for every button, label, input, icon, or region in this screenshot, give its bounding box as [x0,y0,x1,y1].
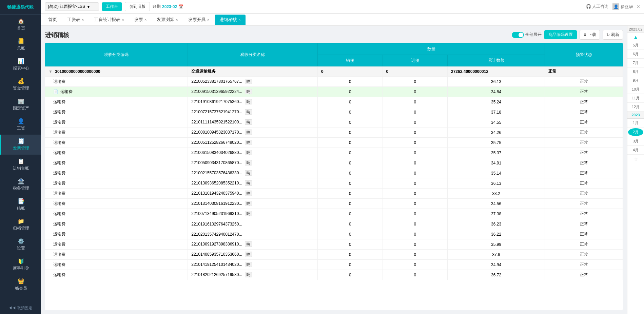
row-sales: 0 [318,158,383,168]
row-cumulative: 37.6 [448,250,545,260]
row-name: 运输费 [45,148,188,158]
table-row[interactable]: 运输费 221013093652085352210... 吨 0 0 36.13… [45,178,623,189]
tab-payroll-table[interactable]: 工资表 × [62,15,89,25]
sidebar-item-fixed-assets[interactable]: 🏢 固定资产 [0,95,41,115]
close-button[interactable]: × [637,4,640,10]
cal-nav-up[interactable]: ▲ [627,33,644,41]
table-row[interactable]: 运输费 221005112528266748020... 吨 0 0 35.75… [45,138,623,148]
cal-month-7[interactable]: 7月 [627,59,644,67]
sidebar-item-settings[interactable]: ⚙️ 设置 [0,235,41,255]
sidebar-item-reports[interactable]: 📊 报表中心 [0,55,41,75]
switch-version-button[interactable]: 切到旧版 [125,2,150,11]
sidebar-item-tax[interactable]: 🏦 税务管理 [0,175,41,195]
col-purchase: 进项 [383,55,447,66]
table-row[interactable]: 📄 运输费 221009150313965922224... 吨 0 0 34.… [45,87,623,97]
tab-invoice-issue-close[interactable]: × [207,18,209,22]
row-code: 221014191254101434020... 吨 [188,260,318,270]
table-row[interactable]: 运输费 221005090343170865870... 吨 0 0 34.91… [45,158,623,168]
table-row[interactable]: ▼ 30100000000000000000 交通运输服务 0 0 27262.… [45,66,623,77]
cal-month-2-active[interactable]: 2月 [628,128,643,136]
sidebar-item-member[interactable]: 👑 畅会员 [0,275,41,295]
invoice-icon: 🧾 [18,138,24,144]
tab-payroll-report[interactable]: 工资统计报表 × [89,15,129,25]
cal-month-9[interactable]: 9月 [627,76,644,85]
calendar-icon[interactable]: 📅 [178,4,183,9]
row-cumulative: 35.24 [448,97,545,107]
row-code: 221005090343170865870... 吨 [188,158,318,168]
row-code: 221019161029764373250... [188,219,318,229]
table-row[interactable]: 运输费 221011111435921522100... 吨 0 0 34.55… [45,117,623,127]
toggle-switch[interactable] [512,32,524,38]
sidebar: 畅捷通易代账 🏠 首页 📒 总账 📊 报表中心 💰 资金管理 🏢 固定资产 👤 … [0,0,41,314]
table-row[interactable]: 运输费 221013101943240375940... 吨 0 0 33.2 … [45,189,623,199]
company-selector[interactable]: (勿动) 江西报宝-LSS ▼ [45,2,99,11]
sidebar-item-sales-ledger[interactable]: 📋 进销台账 [0,155,41,175]
tab-reconcile[interactable]: 进销稽核 × [215,15,245,25]
tab-invoice-label: 发票 [134,17,143,23]
row-sales: 0 [318,97,383,107]
sidebar-item-payroll[interactable]: 👤 工资 [0,115,41,135]
tab-invoice-close[interactable]: × [144,18,147,22]
cal-month-4[interactable]: 4月 [627,146,644,155]
cal-month-11[interactable]: 11月 [627,94,644,103]
sidebar-item-capital[interactable]: 💰 资金管理 [0,75,41,95]
sidebar-item-invoice[interactable]: 🧾 发票管理 [0,135,41,155]
table-row[interactable]: 运输费 221007215737621941270... 吨 0 0 37.18… [45,107,623,117]
row-status: 正常 [545,97,623,107]
row-cumulative: 34.55 [448,117,545,127]
refresh-button[interactable]: ↻ 刷新 [603,30,623,40]
cal-month-8[interactable]: 8月 [627,67,644,76]
tab-invoice-issue[interactable]: 发票开具 × [183,15,214,25]
tab-invoice[interactable]: 发票 × [130,15,151,25]
table-row[interactable]: 运输费 221013140308161912230... 吨 0 0 34.56… [45,199,623,209]
cal-month-5[interactable]: 5月 [627,41,644,50]
row-sales: 0 [318,260,383,270]
workbench-button[interactable]: 工作台 [102,2,122,11]
money-icon: 💰 [18,78,24,84]
table-row[interactable]: 运输费 221014085935710353660... 吨 0 0 37.6 … [45,250,623,260]
table-row[interactable]: 运输费 221007134905231969310... 吨 0 0 37.38… [45,209,623,219]
cal-month-3[interactable]: 3月 [627,137,644,146]
user-info[interactable]: 👤 徐亚华 [612,3,632,10]
sidebar-item-settlement[interactable]: 📑 结账 [0,195,41,215]
row-name: 运输费 [45,260,188,270]
row-sales: 0 [318,239,383,250]
table-row[interactable]: 运输费 221002155703576436330... 吨 0 0 35.14… [45,168,623,178]
tab-reconcile-close[interactable]: × [238,18,240,22]
cal-month-6[interactable]: 6月 [627,50,644,59]
table-row[interactable]: 运输费 221005233817801765767... 吨 0 0 36.13… [45,77,623,87]
sidebar-item-general-ledger[interactable]: 📒 总账 [0,35,41,55]
cal-month-12[interactable]: 12月 [627,103,644,112]
table-row[interactable]: 运输费 221019103619217075360... 吨 0 0 35.24… [45,97,623,107]
col-status: 预警状态 [545,43,623,66]
table-row[interactable]: 运输费 221020135742940012470... 0 0 36.22 正… [45,229,623,239]
tab-home[interactable]: 首页 [43,15,62,25]
support-link[interactable]: 🎧 人工咨询 [586,4,608,9]
sidebar-item-guide[interactable]: 🔰 新手引导 [0,255,41,275]
row-purchase: 0 [383,158,447,168]
period-label: 账期 [153,4,161,9]
table-row[interactable]: 运输费 221019161029764373250... 0 0 36.23 正… [45,219,623,229]
period-value: 2023-02 [162,4,177,9]
tab-invoice-calc[interactable]: 发票测算 × [152,15,182,25]
sidebar-item-home[interactable]: 🏠 首页 [0,15,41,35]
sidebar-item-label: 资金管理 [13,85,29,91]
table-row[interactable]: 运输费 221014191254101434020... 吨 0 0 34.94… [45,260,623,270]
settings-button[interactable]: 商品编码设置 [544,30,577,39]
expand-toggle[interactable]: 全部展开 [512,32,542,38]
sidebar-pin-toggle[interactable]: ◀◀ 取消固定 [0,302,41,314]
table-row[interactable]: 运输费 221018202126925719580... 吨 0 0 36.72… [45,270,623,280]
cal-month-1[interactable]: 1月 [627,119,644,127]
tab-payroll-close[interactable]: × [82,18,84,22]
table-row[interactable]: 运输费 221006150834034026880... 吨 0 0 35.37… [45,148,623,158]
table-row[interactable]: 运输费 221008100945323037170... 吨 0 0 34.26… [45,127,623,138]
row-name: 运输费 [45,127,188,138]
cal-month-10[interactable]: 10月 [627,85,644,94]
sidebar-item-archive[interactable]: 📁 归档管理 [0,215,41,235]
download-button[interactable]: ⬇ 下载 [580,30,600,40]
table-row[interactable]: 运输费 221010091927898386910... 吨 0 0 35.99… [45,239,623,250]
col-cumulative: 累计数额 [448,55,545,66]
tab-payroll-report-close[interactable]: × [122,18,124,22]
chart-icon: 📊 [18,58,24,64]
tab-invoice-calc-close[interactable]: × [176,18,178,22]
